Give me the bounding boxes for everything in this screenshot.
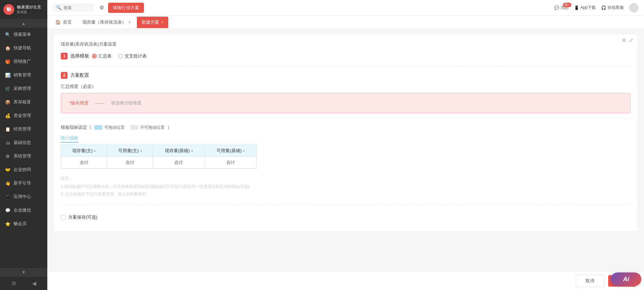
step2-header: 2 方案配置: [61, 72, 630, 79]
sidebar-item-enterprise[interactable]: 🤝企业协同: [0, 163, 47, 176]
ai-badge[interactable]: Ai: [611, 272, 641, 286]
step1-badge: 1: [61, 53, 68, 59]
main-area: 🔍 ⚙ 体验行业方案 💬 消息 99+ 📱 App下载 🎧 在线客服: [47, 0, 644, 290]
basic-info-icon: 🗂: [5, 140, 11, 146]
sidebar-brand: 畅 畅康通好生意 标准版: [0, 0, 47, 19]
dimension-placeholder: 请选择分组维度: [111, 100, 142, 106]
sidebar-item-inventory[interactable]: 📦库存核算: [0, 95, 47, 109]
gear-icon[interactable]: ⚙: [99, 4, 104, 11]
sidebar-item-finance[interactable]: 💰资金管理: [0, 109, 47, 122]
divider3: [61, 204, 630, 205]
tab-new-plan-close[interactable]: ×: [161, 20, 164, 25]
sidebar-item-system[interactable]: ⚙系统管理: [0, 149, 47, 163]
message-icon: 💬: [554, 5, 559, 10]
col-dropdown-col3[interactable]: 现存量(基辅) ▾: [165, 148, 193, 154]
search-input[interactable]: [64, 5, 91, 10]
tab-home[interactable]: 🏠 首页: [51, 17, 76, 28]
divider2: [61, 119, 630, 119]
inventory-icon: 📦: [5, 99, 11, 105]
app-download-label: App下载: [580, 5, 596, 10]
stat-table: 现存量(主) ▾可用量(主) ▾现存量(基辅) ▾可用量(基辅) ▾ 合计合计合…: [61, 145, 257, 169]
settings-panel: ✕ ⤢ 现存量(库存状况表)方案设置 1 选择模板 汇总表: [54, 34, 637, 231]
panel-actions: ✕ ⤢: [622, 37, 633, 44]
home-icon: 🏠: [55, 20, 61, 25]
col-dropdown-col2[interactable]: 可用量(主) ▾: [118, 148, 142, 154]
col-header-col4[interactable]: 可用量(基辅) ▾: [205, 145, 256, 157]
col-header-col3[interactable]: 现存量(基辅) ▾: [153, 145, 205, 157]
purchase-icon: 🛒: [5, 86, 11, 92]
collapse-icon[interactable]: ◀: [32, 280, 36, 287]
search-icon: 🔍: [56, 5, 61, 10]
marketing-icon: 🎁: [5, 58, 11, 65]
stat-table-head: 现存量(主) ▾可用量(主) ▾现存量(基辅) ▾可用量(基辅) ▾: [61, 145, 257, 157]
sidebar-scroll-down[interactable]: ▼: [0, 268, 47, 276]
sidebar-item-label-member: 畅会员: [14, 221, 27, 227]
app-icon: 📱: [574, 5, 579, 10]
app-download-button[interactable]: 📱 App下载: [574, 5, 596, 10]
sidebar-item-label-wechat: 企业微信: [14, 207, 31, 213]
sidebar-item-label-inventory: 库存核算: [14, 99, 31, 105]
trial-button[interactable]: 体验行业方案: [108, 3, 144, 13]
sidebar-item-newcomer[interactable]: 👋新手引导: [0, 176, 47, 190]
stat-table-section: 统计指标 现存量(主) ▾可用量(主) ▾现存量(基辅) ▾可用量(基辅) ▾ …: [61, 135, 630, 169]
sidebar-item-label-sales: 销售管理: [14, 72, 31, 78]
sidebar-item-quick-nav[interactable]: 🏠快捷导航: [0, 41, 47, 55]
tab-new-plan[interactable]: 新建方案 ×: [137, 17, 168, 28]
col-dropdown-col4[interactable]: 可用量(基辅) ▾: [217, 148, 245, 154]
tips-section: 提示： 1.拖动标题栏可以调整布局，不可跨维度或指标区域拖动栏目字段(只能在同一…: [61, 175, 630, 198]
stat-table-data-row: 合计合计合计合计: [61, 157, 257, 169]
col-dropdown-col1[interactable]: 现存量(主) ▾: [72, 148, 96, 154]
messages-button[interactable]: 💬 消息 99+: [554, 5, 569, 10]
messages-badge: 99+: [563, 3, 571, 7]
step2-badge: 2: [61, 72, 68, 79]
vertical-dimension-label: *纵向维度: [69, 100, 89, 106]
settings-icon[interactable]: ⚙: [11, 280, 16, 287]
search-box[interactable]: 🔍: [53, 4, 94, 11]
bottom-bar: 取消 查询: [47, 271, 644, 290]
sidebar-item-label-quick-nav: 快捷导航: [14, 45, 31, 51]
online-service-label: 在线客服: [608, 5, 624, 10]
col-cell-col1: 合计: [61, 157, 107, 169]
dimension-dash: ——: [95, 101, 104, 106]
tab-inventory-close[interactable]: ×: [128, 20, 131, 25]
finance-icon: 💰: [5, 113, 11, 119]
sidebar-item-purchase[interactable]: 🛒采购管理: [0, 82, 47, 95]
close-panel-icon[interactable]: ✕: [622, 37, 626, 44]
radio-cross-label: 交叉统计表: [125, 53, 147, 59]
member-icon: ⭐: [5, 221, 11, 227]
sidebar-item-marketing[interactable]: 🎁营销推广: [0, 55, 47, 68]
operations-icon: 📋: [5, 126, 11, 132]
col-header-col2[interactable]: 可用量(主) ▾: [107, 145, 153, 157]
tab-inventory[interactable]: 现存量（库存状况表） ×: [78, 17, 135, 28]
search-icon: 🔍: [5, 31, 11, 38]
sidebar-scroll-up[interactable]: ▲: [0, 19, 47, 28]
expand-panel-icon[interactable]: ⤢: [629, 37, 633, 44]
radio-cross[interactable]: 交叉统计表: [118, 53, 147, 59]
sidebar-item-sales[interactable]: 📊销售管理: [0, 68, 47, 82]
sidebar-item-member[interactable]: ⭐畅会员: [0, 217, 47, 231]
sidebar: 畅 畅康通好生意 标准版 ▲ 🔍搜索菜单🏠快捷导航🎁营销推广📊销售管理🛒采购管理…: [0, 0, 47, 290]
tab-new-plan-label: 新建方案: [142, 19, 159, 25]
col-arrow-col3: ▾: [191, 149, 193, 153]
radio-summary-dot: [92, 54, 97, 58]
tips-item-2: 2. 点击标题栏下拉可设置排序、插入列和删除列: [61, 191, 630, 198]
indicator-settings-prefix: 模板指标设定（: [61, 124, 92, 130]
user-avatar[interactable]: [629, 3, 639, 13]
online-service-button[interactable]: 🎧 在线客服: [601, 5, 624, 10]
legend-fixed: 不可拖动位置: [130, 125, 165, 130]
cancel-button[interactable]: 取消: [576, 275, 604, 287]
sidebar-item-basic-info[interactable]: 🗂基础信息: [0, 136, 47, 149]
radio-summary[interactable]: 汇总表: [92, 53, 112, 59]
save-plan-checkbox[interactable]: [61, 215, 66, 220]
col-arrow-col2: ▾: [140, 149, 142, 153]
headset-icon: 🎧: [601, 5, 606, 10]
sidebar-item-label-marketing: 营销推广: [14, 58, 31, 65]
sidebar-item-search[interactable]: 🔍搜索菜单: [0, 28, 47, 41]
newcomer-icon: 👋: [5, 180, 11, 186]
stat-label: 统计指标: [61, 135, 78, 143]
sidebar-item-operations[interactable]: 📋经营管理: [0, 122, 47, 136]
col-header-col1[interactable]: 现存量(主) ▾: [61, 145, 107, 157]
sidebar-item-wechat[interactable]: 💬企业微信: [0, 203, 47, 217]
panel-title: 现存量(库存状况表)方案设置: [61, 41, 630, 47]
sidebar-item-app-center[interactable]: 📱应用中心: [0, 190, 47, 203]
